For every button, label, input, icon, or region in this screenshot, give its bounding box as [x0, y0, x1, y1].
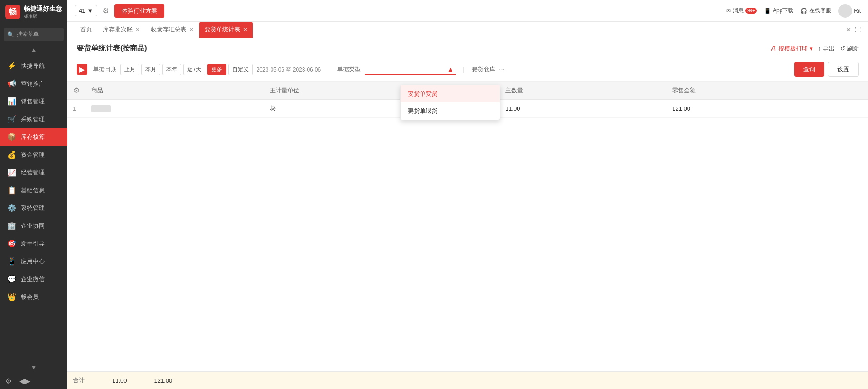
marketing-icon: 📢	[7, 79, 16, 88]
sales-icon: 📊	[7, 97, 16, 106]
settings-bottom-btn[interactable]: ⚙	[5, 377, 12, 385]
row-amount: 121.00	[667, 100, 868, 118]
service-btn[interactable]: 🎧 在线客服	[801, 7, 831, 15]
topbar-left: 41 ▼ ⚙ 体验行业方案	[75, 4, 721, 18]
set-btn[interactable]: 设置	[828, 62, 859, 77]
logo-text: 畅捷通好生意 标准版	[24, 5, 62, 19]
app-icon: 📱	[764, 8, 771, 14]
sidebar-item-app-center[interactable]: 📱 应用中心	[0, 252, 67, 270]
type-clear-btn[interactable]: ▲	[447, 66, 454, 73]
type-input[interactable]	[365, 64, 456, 75]
dropdown-item-order-purchase[interactable]: 要货单要货	[401, 85, 500, 102]
chevron-down-icon: ▼	[87, 7, 93, 14]
sidebar-item-system[interactable]: ⚙️ 系统管理	[0, 199, 67, 217]
message-btn[interactable]: ✉ 消息 99+	[726, 7, 757, 15]
wechat-icon: 💬	[7, 275, 16, 283]
date-buttons: 上月 本月 本年 近7天 更多 自定义	[120, 64, 253, 75]
type-input-wrapper: ▲	[365, 64, 456, 75]
logo-area: 畅 畅捷通好生意 标准版	[0, 0, 67, 24]
sidebar-item-basic[interactable]: 📋 基础信息	[0, 181, 67, 199]
member-icon: 👑	[7, 292, 16, 301]
guide-icon: 🎯	[7, 239, 16, 248]
date-btn-last-month[interactable]: 上月	[120, 64, 139, 75]
tab-inventory-batch[interactable]: 库存批次账 ✕	[98, 22, 145, 38]
close-tab-receive-summary[interactable]: ✕	[189, 26, 194, 33]
filter-expand-btn[interactable]: ▶	[77, 64, 87, 75]
tab-home[interactable]: 首页	[75, 22, 98, 38]
purchase-icon: 🛒	[7, 115, 16, 123]
user-avatar[interactable]: Rit	[838, 4, 861, 18]
main-area: 41 ▼ ⚙ 体验行业方案 ✉ 消息 99+ 📱 App下载 🎧 在线客服 R	[67, 0, 868, 389]
print-icon: 🖨	[770, 45, 776, 52]
sidebar-nav: ⚡ 快捷导航 📢 营销推广 📊 销售管理 🛒 采购管理 📦 库存核算 💰 资金管…	[0, 55, 67, 362]
inventory-icon: 📦	[7, 133, 16, 141]
filter-bar: ▶ 单据日期 上月 本月 本年 近7天 更多 自定义 2023-05-06 至 …	[67, 57, 868, 82]
sidebar-item-sales[interactable]: 📊 销售管理	[0, 92, 67, 110]
app-download-btn[interactable]: 📱 App下载	[764, 7, 793, 15]
sidebar-item-operations[interactable]: 📈 经营管理	[0, 164, 67, 181]
type-filter-group: 单据类型 ▲	[337, 64, 456, 75]
store-selector[interactable]: 41 ▼	[75, 5, 97, 16]
sidebar-item-finance[interactable]: 💰 资金管理	[0, 146, 67, 164]
filter-separator-2: |	[463, 66, 464, 73]
date-btn-last-7-days[interactable]: 近7天	[183, 64, 205, 75]
date-btn-more[interactable]: 更多	[207, 64, 226, 75]
avatar-img	[838, 4, 852, 18]
col-quantity: 主数量	[500, 82, 667, 100]
sidebar-item-enterprise[interactable]: 🏢 企业协同	[0, 217, 67, 235]
filter-actions: 查询 设置	[794, 62, 859, 77]
sidebar-bottom: ⚙ ◀▶	[0, 373, 67, 389]
sidebar: 畅 畅捷通好生意 标准版 🔍 搜索菜单 ▲ ⚡ 快捷导航 📢 营销推广 📊 销售…	[0, 0, 67, 389]
close-all-icon[interactable]: ✕	[846, 26, 851, 33]
date-btn-this-year[interactable]: 本年	[162, 64, 181, 75]
query-btn[interactable]: 查询	[794, 62, 824, 77]
refresh-btn[interactable]: ↺ 刷新	[840, 45, 859, 53]
export-icon: ↑	[818, 45, 822, 52]
footer-label: 合计	[73, 376, 85, 384]
scroll-up-btn[interactable]: ▲	[0, 45, 67, 55]
sidebar-search[interactable]: 🔍 搜索菜单	[4, 28, 64, 41]
page-content: 要货单统计表(按商品) 🖨 按模板打印 ▾ ↑ 导出 ↺ 刷新 ▶	[67, 38, 868, 389]
filter-separator-1: |	[328, 66, 329, 73]
col-product: 商品	[86, 82, 264, 100]
type-dropdown: 要货单要货 要货单退货	[400, 85, 500, 120]
sidebar-item-marketing[interactable]: 📢 营销推广	[0, 75, 67, 92]
close-tab-order-stats[interactable]: ✕	[243, 26, 247, 33]
sidebar-item-purchase[interactable]: 🛒 采购管理	[0, 110, 67, 128]
service-icon: 🎧	[801, 8, 807, 14]
topbar-right: ✉ 消息 99+ 📱 App下载 🎧 在线客服 Rit	[726, 4, 861, 18]
collapse-btn[interactable]: ◀▶	[19, 377, 30, 385]
search-icon: 🔍	[7, 31, 14, 38]
date-btn-this-month[interactable]: 本月	[141, 64, 160, 75]
quick-nav-icon: ⚡	[7, 61, 16, 70]
warehouse-more-btn[interactable]: ⋯	[499, 66, 505, 73]
close-tab-inventory-batch[interactable]: ✕	[135, 26, 140, 33]
sidebar-item-member[interactable]: 👑 畅会员	[0, 288, 67, 306]
sidebar-item-quick-nav[interactable]: ⚡ 快捷导航	[0, 57, 67, 75]
date-range-display: 2023-05-06 至 2023-06-06	[257, 66, 321, 74]
sidebar-item-inventory[interactable]: 📦 库存核算	[0, 128, 67, 146]
sidebar-item-guide[interactable]: 🎯 新手引导	[0, 235, 67, 252]
table-settings-icon[interactable]: ⚙	[73, 87, 80, 94]
scroll-down-btn[interactable]: ▼	[0, 362, 67, 373]
table-footer: 合计 11.00 121.00	[67, 371, 868, 389]
tab-receive-summary[interactable]: 收发存汇总表 ✕	[145, 22, 199, 38]
trial-btn[interactable]: 体验行业方案	[114, 4, 164, 18]
date-filter-group: 单据日期 上月 本月 本年 近7天 更多 自定义 2023-05-06 至 20…	[93, 64, 321, 75]
topbar: 41 ▼ ⚙ 体验行业方案 ✉ 消息 99+ 📱 App下载 🎧 在线客服 R	[67, 0, 868, 22]
basic-icon: 📋	[7, 186, 16, 194]
print-btn[interactable]: 🖨 按模板打印 ▾	[770, 45, 813, 53]
topbar-settings-icon[interactable]: ⚙	[103, 6, 109, 15]
dropdown-item-order-return[interactable]: 要货单退货	[401, 102, 500, 120]
date-btn-custom[interactable]: 自定义	[228, 64, 253, 75]
table-container: ⚙ 商品 主计量单位 主数量 零售金额 1	[67, 82, 868, 371]
blurred-product-name	[91, 105, 111, 112]
page-header: 要货单统计表(按商品) 🖨 按模板打印 ▾ ↑ 导出 ↺ 刷新	[67, 38, 868, 57]
refresh-icon: ↺	[840, 45, 845, 52]
export-btn[interactable]: ↑ 导出	[818, 45, 835, 53]
sidebar-item-wechat[interactable]: 💬 企业微信	[0, 270, 67, 288]
maximize-icon[interactable]: ⛶	[855, 26, 861, 33]
footer-quantity: 11.00	[112, 377, 127, 384]
tab-order-stats[interactable]: 要货单统计表 ✕	[199, 22, 253, 38]
page-title: 要货单统计表(按商品)	[77, 44, 147, 53]
